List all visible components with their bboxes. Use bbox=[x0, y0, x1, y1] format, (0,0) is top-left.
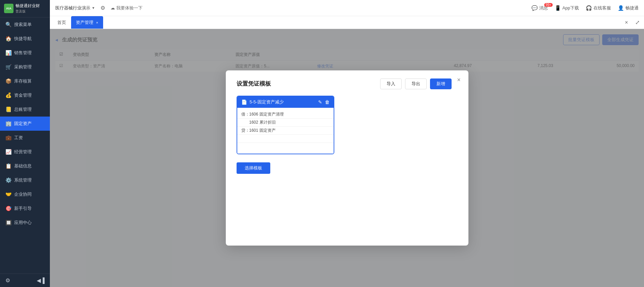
template-card-header: 📄 5-5-固定资产减少 ✎ 🗑 bbox=[237, 96, 334, 108]
sidebar-item-salary[interactable]: 💼 工资 bbox=[0, 131, 50, 145]
template-entry-row: 1602 累计折旧 bbox=[237, 119, 334, 127]
cloud-icon: ☁ bbox=[111, 5, 115, 10]
sidebar-bottom: ⚙ ◀▐ bbox=[0, 274, 50, 287]
template-entry-row: 贷：1601 固定资产 bbox=[237, 127, 334, 135]
modal-overlay: × 设置凭证模板 导入 导出 新增 📄 5-5-固定资产减少 ✎ bbox=[50, 29, 644, 287]
sidebar-item-basics[interactable]: 📋 基础信息 bbox=[0, 159, 50, 173]
tab-home[interactable]: 首页 bbox=[53, 16, 71, 29]
notification-button[interactable]: 💬 消息 99+ bbox=[531, 5, 548, 11]
modal-close-button[interactable]: × bbox=[455, 76, 463, 84]
sidebar-item-label: 应用中心 bbox=[14, 220, 32, 226]
app-logo: AtA 畅捷通好业财 普及版 bbox=[0, 0, 50, 18]
entry-label-2: 1602 累计折旧 bbox=[241, 120, 295, 125]
modal-toolbar: 导入 导出 新增 bbox=[380, 78, 452, 89]
entry-debit-3 bbox=[295, 128, 317, 133]
template-empty-row bbox=[237, 135, 334, 143]
inventory-icon: 📦 bbox=[5, 78, 11, 84]
headset-icon: 🎧 bbox=[586, 5, 592, 11]
sidebar-item-ledger[interactable]: 📒 总账管理 bbox=[0, 102, 50, 117]
template-card-body: 借：1606 固定资产清理 1602 累计折旧 贷：1601 固定资产 bbox=[237, 108, 334, 154]
sidebar-item-label: 资金管理 bbox=[14, 92, 32, 98]
template-name: 5-5-固定资产减少 bbox=[250, 99, 318, 105]
sales-icon: 📊 bbox=[5, 50, 11, 56]
content-area: 生成的凭证预览 批量凭证模板 全部生成凭证 ☑ 变动类型 资产名称 固定资产原值 bbox=[50, 29, 644, 287]
online-service-button[interactable]: 🎧 在线客服 bbox=[586, 5, 611, 11]
sidebar-item-label: 销售管理 bbox=[14, 50, 32, 56]
app-download-label: App下载 bbox=[562, 5, 579, 11]
tab-close-icon[interactable]: × bbox=[96, 21, 98, 25]
sidebar-item-label: 企业协同 bbox=[14, 191, 32, 197]
import-button[interactable]: 导入 bbox=[380, 78, 402, 89]
entry-credit-2 bbox=[317, 120, 334, 125]
template-doc-icon: 📄 bbox=[241, 99, 247, 105]
dropdown-caret-icon: ▼ bbox=[92, 6, 95, 10]
new-template-button[interactable]: 新增 bbox=[430, 78, 452, 89]
collapse-icon[interactable]: ◀▐ bbox=[37, 277, 44, 284]
basics-icon: 📋 bbox=[5, 163, 11, 169]
export-button[interactable]: 导出 bbox=[405, 78, 427, 89]
sidebar-item-label: 快捷导航 bbox=[14, 36, 32, 42]
user-icon: 👤 bbox=[618, 5, 624, 11]
template-edit-icon[interactable]: ✎ bbox=[318, 99, 322, 105]
ledger-icon: 📒 bbox=[5, 106, 11, 113]
tab-asset-label: 资产管理 bbox=[76, 20, 93, 26]
sidebar-item-label: 工资 bbox=[14, 135, 23, 141]
sidebar-item-label: 总账管理 bbox=[14, 106, 32, 113]
finance-icon: 💰 bbox=[5, 92, 11, 98]
system-icon: ⚙️ bbox=[5, 177, 11, 183]
logo-icon: AtA bbox=[4, 4, 13, 13]
guide-icon: 🎯 bbox=[5, 205, 11, 212]
entry-credit-3 bbox=[317, 128, 334, 133]
experience-button[interactable]: ☁ 我要体验一下 bbox=[111, 5, 143, 11]
purchase-icon: 🛒 bbox=[5, 64, 11, 70]
template-delete-icon[interactable]: 🗑 bbox=[325, 99, 330, 105]
header-right: 💬 消息 99+ 📱 App下载 🎧 在线客服 👤 畅捷通 bbox=[531, 5, 639, 11]
online-service-label: 在线客服 bbox=[593, 5, 611, 11]
sidebar-item-search[interactable]: 🔍 搜索菜单 bbox=[0, 18, 50, 32]
set-voucher-template-modal: × 设置凭证模板 导入 导出 新增 📄 5-5-固定资产减少 ✎ bbox=[226, 70, 468, 246]
template-entry-row: 借：1606 固定资产清理 bbox=[237, 110, 334, 119]
sidebar-item-finance[interactable]: 💰 资金管理 bbox=[0, 88, 50, 102]
salary-icon: 💼 bbox=[5, 135, 11, 141]
enterprise-icon: 🤝 bbox=[5, 191, 11, 197]
sidebar-item-inventory[interactable]: 📦 库存核算 bbox=[0, 74, 50, 88]
template-card: 📄 5-5-固定资产减少 ✎ 🗑 借：1606 固定资产清理 bbox=[237, 96, 334, 154]
experience-label: 我要体验一下 bbox=[116, 5, 143, 11]
top-header: 医疗器械行业演示 ▼ ⚙ ☁ 我要体验一下 💬 消息 99+ 📱 App下载 🎧… bbox=[50, 0, 644, 16]
sidebar-item-system[interactable]: ⚙️ 系统管理 bbox=[0, 173, 50, 187]
sidebar-item-app-center[interactable]: 🔲 应用中心 bbox=[0, 216, 50, 230]
tab-home-label: 首页 bbox=[57, 20, 66, 26]
user-menu-button[interactable]: 👤 畅捷通 bbox=[618, 5, 639, 11]
window-controls: × ⤢ bbox=[622, 19, 641, 27]
logo-sub: 普及版 bbox=[16, 9, 40, 14]
tab-asset-management[interactable]: 资产管理 × bbox=[71, 16, 103, 29]
main: 医疗器械行业演示 ▼ ⚙ ☁ 我要体验一下 💬 消息 99+ 📱 App下载 🎧… bbox=[50, 0, 644, 287]
sidebar-item-label: 固定资产 bbox=[14, 121, 32, 127]
company-selector[interactable]: 医疗器械行业演示 ▼ bbox=[55, 5, 95, 11]
sidebar-item-label: 搜索菜单 bbox=[14, 22, 32, 28]
sidebar-item-enterprise[interactable]: 🤝 企业协同 bbox=[0, 187, 50, 201]
home-icon: 🏠 bbox=[5, 36, 11, 42]
settings-icon[interactable]: ⚙ bbox=[100, 5, 105, 11]
app-download-button[interactable]: 📱 App下载 bbox=[555, 5, 579, 11]
maximize-window-icon[interactable]: ⤢ bbox=[633, 19, 641, 27]
entry-debit-2 bbox=[295, 120, 317, 125]
sidebar-item-fixed-assets[interactable]: 🏢 固定资产 bbox=[0, 117, 50, 131]
sidebar-item-operations[interactable]: 📈 经营管理 bbox=[0, 145, 50, 159]
app-center-icon: 🔲 bbox=[5, 220, 11, 226]
sidebar-item-label: 经营管理 bbox=[14, 149, 32, 155]
sidebar-item-purchase[interactable]: 🛒 采购管理 bbox=[0, 60, 50, 74]
operations-icon: 📈 bbox=[5, 149, 11, 155]
company-name: 医疗器械行业演示 bbox=[55, 5, 90, 11]
sidebar-item-label: 采购管理 bbox=[14, 64, 32, 70]
fixed-assets-icon: 🏢 bbox=[5, 121, 11, 127]
sidebar-item-quick-nav[interactable]: 🏠 快捷导航 bbox=[0, 32, 50, 46]
sidebar-item-sales[interactable]: 📊 销售管理 bbox=[0, 46, 50, 60]
sidebar-item-guide[interactable]: 🎯 新手引导 bbox=[0, 201, 50, 216]
settings-icon[interactable]: ⚙ bbox=[5, 277, 10, 284]
notification-icon: 💬 bbox=[531, 5, 538, 11]
close-window-icon[interactable]: × bbox=[622, 19, 631, 27]
select-template-button[interactable]: 选择模板 bbox=[237, 162, 270, 174]
sidebar-item-label: 系统管理 bbox=[14, 177, 32, 183]
entry-debit-1 bbox=[295, 111, 317, 117]
